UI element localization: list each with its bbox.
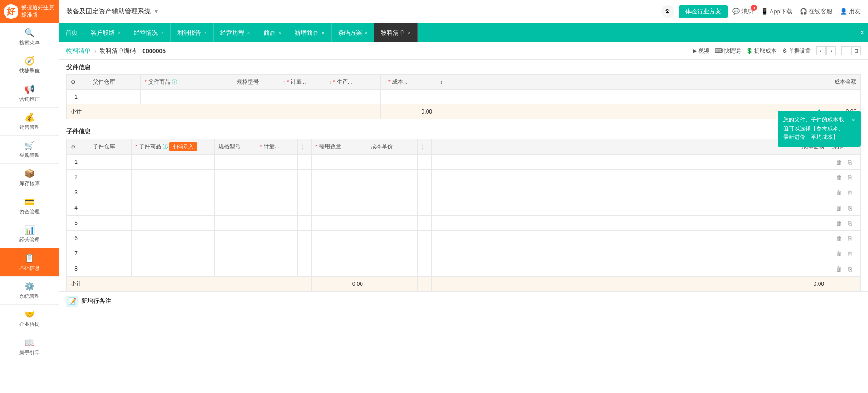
child-cell-unit-price-5[interactable] <box>367 216 418 231</box>
tab-barcode[interactable]: 条码方案 × <box>332 23 374 42</box>
child-cell-amount-5[interactable] <box>432 216 828 231</box>
scan-button[interactable]: 扫码录入 <box>169 142 197 151</box>
child-cell-amount-8[interactable] <box>432 261 828 277</box>
sidebar-item-sales[interactable]: 💰 销售管理 <box>0 108 59 136</box>
child-cell-spec-3[interactable] <box>215 185 256 200</box>
child-cell-unit-2[interactable] <box>256 170 298 185</box>
copy-icon-1[interactable]: ⎘ <box>845 157 855 167</box>
child-cell-goods-7[interactable] <box>132 246 215 261</box>
tab-history[interactable]: 经营历程 × <box>214 23 257 42</box>
parent-col-settings[interactable]: ⚙ <box>67 75 85 90</box>
tab-goods[interactable]: 商品 × <box>257 23 288 42</box>
child-cell-amount-7[interactable] <box>432 246 828 261</box>
child-cell-qty-5[interactable] <box>312 216 367 231</box>
child-cell-unit-price-4[interactable] <box>367 200 418 216</box>
child-cell-unit-1[interactable] <box>256 155 298 170</box>
child-cell-spec-1[interactable] <box>215 155 256 170</box>
delete-icon-1[interactable]: 🗑 <box>834 157 844 167</box>
child-cell-unit-price-6[interactable] <box>367 231 418 246</box>
delete-icon-5[interactable]: 🗑 <box>834 218 844 228</box>
delete-icon-7[interactable]: 🗑 <box>834 249 844 258</box>
copy-icon-3[interactable]: ⎘ <box>845 188 855 197</box>
sidebar-item-quick-nav[interactable]: 🧭 快捷导航 <box>0 51 59 79</box>
close-tab-customers[interactable]: × <box>118 30 121 36</box>
child-cell-warehouse-2[interactable] <box>85 170 132 185</box>
cost-action[interactable]: 💲 提取成本 <box>746 47 777 55</box>
child-cell-warehouse-5[interactable] <box>85 216 132 231</box>
app-download-button[interactable]: 📱 App下载 <box>761 7 792 16</box>
child-cell-warehouse-4[interactable] <box>85 200 132 216</box>
child-cell-spec-2[interactable] <box>215 170 256 185</box>
close-tab-history[interactable]: × <box>247 30 250 36</box>
next-arrow[interactable]: › <box>826 46 836 55</box>
child-cell-spec-5[interactable] <box>215 216 256 231</box>
copy-icon-4[interactable]: ⎘ <box>845 203 855 212</box>
delete-icon-8[interactable]: 🗑 <box>834 264 844 273</box>
tooltip-close-button[interactable]: × <box>851 115 855 125</box>
single-settings-action[interactable]: ⚙ 单据设置 <box>782 47 811 55</box>
child-cell-spec-4[interactable] <box>215 200 256 216</box>
grid-view-button[interactable]: ⊞ <box>851 46 861 55</box>
user-avatar[interactable]: 👤 用友 <box>840 7 861 16</box>
child-cell-qty-6[interactable] <box>312 231 367 246</box>
delete-icon-6[interactable]: 🗑 <box>834 234 844 243</box>
sidebar-item-finance[interactable]: 💳 资金管理 <box>0 192 59 220</box>
child-cell-unit-8[interactable] <box>256 261 298 277</box>
tab-profit[interactable]: 利润报告 × <box>171 23 214 42</box>
child-cell-qty-3[interactable] <box>312 185 367 200</box>
sidebar-item-guide[interactable]: 📖 新手引导 <box>0 333 59 361</box>
sidebar-item-purchase[interactable]: 🛒 采购管理 <box>0 136 59 164</box>
close-tab-goods[interactable]: × <box>278 30 281 36</box>
delete-icon-2[interactable]: 🗑 <box>834 173 844 182</box>
tab-home[interactable]: 首页 <box>59 23 84 42</box>
child-cell-goods-1[interactable] <box>132 155 215 170</box>
sidebar-item-operations[interactable]: 📊 经营管理 <box>0 220 59 248</box>
tab-operations[interactable]: 经营情况 × <box>127 23 170 42</box>
tab-new-goods[interactable]: 新增商品 × <box>288 23 331 42</box>
child-cell-warehouse-3[interactable] <box>85 185 132 200</box>
child-cell-qty-2[interactable] <box>312 170 367 185</box>
copy-icon-2[interactable]: ⎘ <box>845 173 855 182</box>
child-cell-warehouse-1[interactable] <box>85 155 132 170</box>
child-cell-spec-6[interactable] <box>215 231 256 246</box>
child-cell-goods-2[interactable] <box>132 170 215 185</box>
delete-icon-4[interactable]: 🗑 <box>834 203 844 212</box>
parent-cell-warehouse-1[interactable] <box>85 90 141 104</box>
parent-cell-spec-1[interactable] <box>233 90 279 104</box>
close-tab-operations[interactable]: × <box>161 30 163 36</box>
sidebar-item-inventory[interactable]: 📦 库存核算 <box>0 164 59 192</box>
parent-cell-goods-1[interactable] <box>141 90 233 104</box>
child-cell-unit-price-3[interactable] <box>367 185 418 200</box>
child-cell-qty-7[interactable] <box>312 246 367 261</box>
child-cell-spec-7[interactable] <box>215 246 256 261</box>
child-col-settings[interactable]: ⚙ <box>67 139 85 155</box>
child-cell-spec-8[interactable] <box>215 261 256 277</box>
child-cell-unit-3[interactable] <box>256 185 298 200</box>
child-cell-unit-price-7[interactable] <box>367 246 418 261</box>
sidebar-item-basic-info[interactable]: 📋 基础信息 <box>0 248 59 277</box>
tab-customers[interactable]: 客户联络 × <box>84 23 127 42</box>
parent-cell-produce-1[interactable] <box>326 90 381 104</box>
child-cell-goods-4[interactable] <box>132 200 215 216</box>
child-cell-amount-4[interactable] <box>432 200 828 216</box>
child-cell-unit-4[interactable] <box>256 200 298 216</box>
message-button[interactable]: 💬 6 消息 <box>732 7 753 16</box>
shortcut-action[interactable]: ⌨ 快捷键 <box>715 47 741 55</box>
child-cell-amount-2[interactable] <box>432 170 828 185</box>
child-cell-qty-1[interactable] <box>312 155 367 170</box>
delete-icon-3[interactable]: 🗑 <box>834 188 844 197</box>
child-cell-warehouse-8[interactable] <box>85 261 132 277</box>
parent-cell-cost-1[interactable] <box>381 90 436 104</box>
child-cell-amount-6[interactable] <box>432 231 828 246</box>
trial-button[interactable]: 体验行业方案 <box>679 5 728 18</box>
copy-icon-6[interactable]: ⎘ <box>845 234 855 243</box>
child-cell-goods-5[interactable] <box>132 216 215 231</box>
sidebar-item-search[interactable]: 🔍 搜索菜单 <box>0 23 59 51</box>
child-cell-goods-8[interactable] <box>132 261 215 277</box>
copy-icon-8[interactable]: ⎘ <box>845 264 855 273</box>
close-tab-barcode[interactable]: × <box>365 30 368 36</box>
child-cell-goods-3[interactable] <box>132 185 215 200</box>
view-action[interactable]: ▶ 视频 <box>693 47 709 55</box>
parent-cell-unit-1[interactable] <box>279 90 326 104</box>
child-cell-unit-6[interactable] <box>256 231 298 246</box>
